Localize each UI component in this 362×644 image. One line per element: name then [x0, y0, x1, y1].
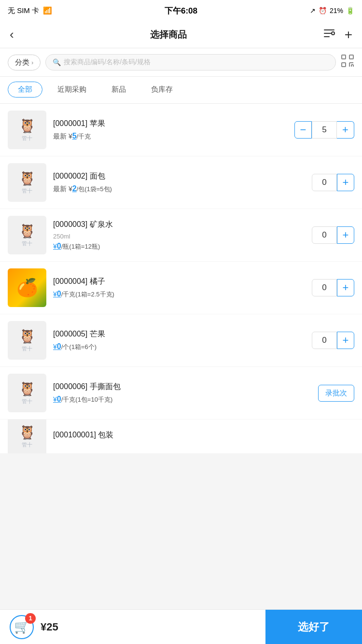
list-item: 🦉 管十 [0000003] 矿泉水 250ml ¥0/瓶(1箱=12瓶) 0 …	[0, 209, 362, 261]
brand-label: 管十	[22, 187, 32, 195]
battery-icon: 🔋	[346, 7, 354, 14]
quantity-increase-button[interactable]: +	[337, 226, 354, 244]
category-button[interactable]: 分类 ›	[8, 55, 41, 70]
svg-rect-6	[342, 63, 346, 67]
status-bar: 无 SIM 卡 📶 下午6:08 ↗ ⏰ 21% 🔋	[0, 0, 362, 21]
status-time: 下午6:08	[165, 5, 197, 16]
brand-label: 管十	[22, 240, 32, 247]
quantity-control: 0 +	[312, 332, 354, 349]
brand-label: 管十	[22, 441, 32, 448]
brand-owl-icon: 🦉	[19, 424, 36, 440]
alarm-icon: ⏰	[319, 7, 327, 14]
quantity-display: 0	[312, 174, 337, 191]
product-thumbnail: 🦉 管十	[8, 111, 46, 149]
cart-total: ¥25	[41, 621, 58, 633]
product-name: [000100001] 包装	[53, 430, 354, 440]
location-icon: ↗	[310, 7, 316, 14]
product-price: ¥0/个(1箱=6个)	[53, 342, 306, 351]
product-thumbnail: 🦉 管十	[8, 163, 46, 202]
cart-section: 🛒 1 ¥25	[0, 615, 265, 639]
scan-button[interactable]	[341, 54, 354, 70]
brand-label: 管十	[22, 135, 32, 142]
search-box[interactable]: 🔍 搜索商品编码/名称/条码/规格	[45, 54, 336, 70]
product-thumbnail: 🦉 管十	[8, 216, 46, 254]
product-list: 🦉 管十 [0000001] 苹果 最新 ¥5/千克 − 5 + 🦉 管十 [0…	[0, 104, 362, 453]
quantity-increase-button[interactable]: +	[337, 174, 354, 191]
quantity-increase-button[interactable]: +	[337, 279, 354, 296]
quantity-increase-button[interactable]: +	[337, 332, 354, 349]
filter-icon[interactable]	[323, 28, 335, 42]
status-left: 无 SIM 卡 📶	[8, 6, 52, 15]
product-price: ¥0/千克(1箱=2.5千克)	[53, 290, 306, 299]
category-label: 分类	[15, 58, 29, 67]
brand-label: 管十	[22, 345, 32, 352]
product-info: [000100001] 包装	[53, 430, 354, 443]
product-thumbnail: 🍊	[8, 268, 46, 307]
quantity-control: 0 +	[312, 279, 354, 296]
brand-owl-icon: 🦉	[19, 328, 36, 344]
list-item: 🦉 管十 [0000006] 手撕面包 ¥0/千克(1包=10千克) 录批次	[0, 367, 362, 419]
product-name: [0000003] 矿泉水	[53, 220, 306, 230]
product-info: [0000005] 芒果 ¥0/个(1箱=6个)	[53, 329, 306, 351]
list-item: 🦉 管十 [0000005] 芒果 ¥0/个(1箱=6个) 0 +	[0, 314, 362, 366]
quantity-display: 0	[312, 226, 337, 244]
tab-recent[interactable]: 近期采购	[47, 82, 97, 98]
product-price: 最新 ¥5/千克	[53, 132, 289, 141]
product-info: [0000006] 手撕面包 ¥0/千克(1包=10千克)	[53, 382, 318, 404]
nav-right: +	[323, 27, 352, 42]
product-price: 最新 ¥2/包(1袋=5包)	[53, 184, 306, 194]
battery-level: 21%	[330, 7, 343, 14]
batch-record-button[interactable]: 录批次	[318, 385, 354, 402]
product-name: [0000002] 面包	[53, 171, 306, 182]
cart-badge: 1	[25, 613, 36, 624]
nav-bar: ‹ 选择商品 +	[0, 21, 362, 48]
tab-negative[interactable]: 负库存	[141, 82, 183, 98]
svg-rect-4	[342, 55, 346, 59]
svg-rect-5	[349, 55, 353, 59]
quantity-control: − 5 +	[294, 121, 354, 139]
search-icon: 🔍	[53, 58, 61, 66]
product-thumbnail: 🦉 管十	[8, 374, 46, 412]
wifi-icon: 📶	[43, 6, 52, 15]
brand-owl-icon: 🦉	[19, 118, 36, 134]
brand-label: 管十	[22, 398, 32, 405]
list-item: 🍊 [0000004] 橘子 ¥0/千克(1箱=2.5千克) 0 +	[0, 262, 362, 314]
tab-all[interactable]: 全部	[8, 82, 42, 98]
filter-bar: 分类 › 🔍 搜索商品编码/名称/条码/规格	[0, 48, 362, 77]
quantity-increase-button[interactable]: +	[337, 121, 354, 139]
product-info: [0000002] 面包 最新 ¥2/包(1袋=5包)	[53, 171, 306, 194]
svg-point-3	[332, 32, 334, 35]
quantity-display: 0	[312, 332, 337, 349]
confirm-button[interactable]: 选好了	[265, 610, 362, 644]
quantity-control: 0 +	[312, 174, 354, 191]
back-button[interactable]: ‹	[10, 27, 14, 42]
cart-icon-wrap[interactable]: 🛒 1	[10, 615, 34, 639]
quantity-display: 5	[312, 121, 337, 139]
brand-owl-icon: 🦉	[19, 170, 36, 186]
network-status: 无 SIM 卡	[8, 6, 39, 15]
product-info: [0000004] 橘子 ¥0/千克(1箱=2.5千克)	[53, 277, 306, 299]
nav-left: ‹	[10, 27, 14, 42]
product-name: [0000004] 橘子	[53, 277, 306, 287]
product-name: [0000005] 芒果	[53, 329, 306, 339]
page-title: 选择商品	[150, 28, 187, 41]
quantity-decrease-button[interactable]: −	[294, 121, 312, 139]
quantity-display: 0	[312, 279, 337, 296]
product-info: [0000003] 矿泉水 250ml ¥0/瓶(1箱=12瓶)	[53, 220, 306, 251]
product-name: [0000001] 苹果	[53, 119, 289, 129]
bottom-bar: 🛒 1 ¥25 选好了	[0, 609, 362, 644]
tab-bar: 全部 近期采购 新品 负库存	[0, 77, 362, 104]
list-item: 🦉 管十 [0000002] 面包 最新 ¥2/包(1袋=5包) 0 +	[0, 156, 362, 209]
quantity-control: 0 +	[312, 226, 354, 244]
tab-new[interactable]: 新品	[101, 82, 136, 98]
product-price: ¥0/千克(1包=10千克)	[53, 395, 318, 404]
add-button[interactable]: +	[345, 27, 352, 42]
list-item: 🦉 管十 [0000001] 苹果 最新 ¥5/千克 − 5 +	[0, 104, 362, 156]
product-thumbnail: 🦉 管十	[8, 420, 46, 453]
status-right: ↗ ⏰ 21% 🔋	[310, 7, 354, 14]
brand-owl-icon: 🦉	[19, 381, 36, 397]
product-thumbnail: 🦉 管十	[8, 321, 46, 360]
list-item: 🦉 管十 [000100001] 包装	[0, 420, 362, 453]
product-name: [0000006] 手撕面包	[53, 382, 318, 392]
search-placeholder: 搜索商品编码/名称/条码/规格	[64, 58, 151, 67]
